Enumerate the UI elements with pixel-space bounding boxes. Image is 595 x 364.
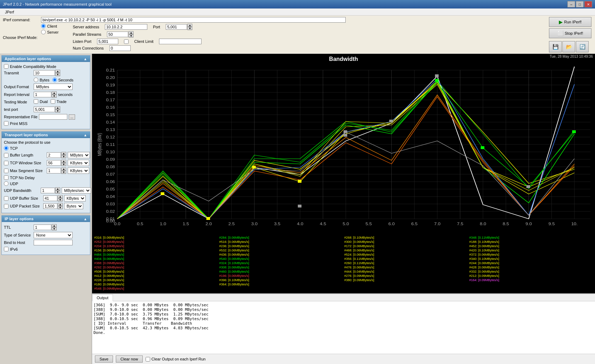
- buffer-length-input[interactable]: [47, 152, 61, 158]
- client-limit-input[interactable]: [159, 39, 202, 44]
- report-up[interactable]: ▲: [52, 91, 57, 95]
- stop-iperf-button[interactable]: ⬜ Stop IPerf!: [549, 28, 591, 38]
- test-port-up[interactable]: ▲: [55, 106, 60, 109]
- udp-bandwidth-input[interactable]: [41, 188, 55, 193]
- trade-checkbox[interactable]: [51, 99, 55, 104]
- udp-bandwidth-spinner-btns: ▲ ▼: [55, 187, 60, 194]
- minimize-button[interactable]: –: [567, 1, 575, 7]
- tcp-radio[interactable]: [4, 146, 8, 150]
- output-tab[interactable]: Output: [92, 294, 113, 301]
- save-icon-button[interactable]: 💾: [549, 41, 562, 52]
- udp-pkt-down[interactable]: ▼: [58, 206, 63, 209]
- ttl-up[interactable]: ▲: [52, 224, 57, 227]
- server-radio[interactable]: [41, 30, 46, 34]
- udp-packet-unit[interactable]: Bytes: [64, 203, 83, 209]
- app-layer-header[interactable]: Application layer options ▲: [2, 56, 90, 62]
- trade-label: Trade: [57, 99, 67, 104]
- run-iperf-button[interactable]: ▶ Run IPerf!: [549, 17, 591, 27]
- bytes-radio[interactable]: [34, 78, 38, 82]
- command-label: IPerf command:: [3, 18, 38, 22]
- port-input[interactable]: [166, 24, 187, 30]
- udp-bw-down[interactable]: ▼: [55, 190, 60, 194]
- compat-checkbox[interactable]: [4, 64, 8, 69]
- tcp-window-check[interactable]: [4, 161, 8, 165]
- max-seg-unit[interactable]: KBytes: [68, 167, 89, 174]
- refresh-icon-button[interactable]: 🔄: [576, 41, 589, 52]
- svg-text:0.07: 0.07: [106, 172, 115, 176]
- menu-jperf[interactable]: JPerf: [3, 10, 16, 15]
- server-address-input[interactable]: [105, 24, 147, 30]
- max-seg-check[interactable]: [4, 169, 8, 173]
- udp-label: UDP: [10, 182, 18, 186]
- udp-pkt-up[interactable]: ▲: [58, 203, 63, 206]
- transmit-input[interactable]: [34, 70, 55, 76]
- ip-layer-header[interactable]: IP layer options ▲: [2, 216, 90, 222]
- ipv6-checkbox[interactable]: [4, 247, 8, 251]
- dual-checkbox[interactable]: [34, 99, 38, 104]
- report-down[interactable]: ▼: [52, 95, 57, 98]
- restore-button[interactable]: □: [576, 1, 584, 7]
- window-down[interactable]: ▼: [61, 163, 66, 166]
- clear-now-button[interactable]: Clear now: [116, 356, 143, 363]
- output-format-select[interactable]: MBytes: [34, 84, 73, 90]
- clear-on-run-checkbox[interactable]: [146, 357, 150, 362]
- max-seg-down[interactable]: ▼: [61, 171, 66, 174]
- tos-select[interactable]: None: [34, 232, 73, 238]
- transport-layer-collapse[interactable]: ▲: [84, 133, 87, 137]
- client-radio[interactable]: [41, 24, 46, 28]
- port-spinner: ▲ ▼: [166, 24, 192, 30]
- rep-file-browse[interactable]: ...: [69, 114, 75, 120]
- report-interval-spinner: ▲ ▼: [34, 91, 57, 98]
- parallel-down[interactable]: ▼: [129, 34, 134, 38]
- transmit-down[interactable]: ▼: [55, 73, 60, 76]
- svg-text:0.09: 0.09: [106, 158, 115, 161]
- parallel-up[interactable]: ▲: [129, 31, 134, 34]
- parallel-input[interactable]: [107, 32, 128, 37]
- window-up[interactable]: ▲: [61, 160, 66, 163]
- max-seg-up[interactable]: ▲: [61, 167, 66, 171]
- udp-packet-input[interactable]: [43, 203, 57, 209]
- udp-buffer-check[interactable]: [4, 196, 8, 201]
- command-input[interactable]: [41, 17, 346, 23]
- udp-buf-up[interactable]: ▲: [58, 195, 63, 198]
- tcp-window-input[interactable]: [47, 160, 61, 166]
- close-button[interactable]: ✕: [584, 1, 592, 7]
- udp-buffer-input[interactable]: [43, 195, 57, 201]
- app-layer-collapse[interactable]: ▲: [84, 57, 87, 61]
- dual-label: Dual: [40, 99, 48, 104]
- ttl-input[interactable]: [34, 224, 51, 230]
- udp-buf-down[interactable]: ▼: [58, 198, 63, 201]
- save-button[interactable]: Save: [95, 356, 113, 363]
- tcp-window-unit[interactable]: KBytes: [68, 160, 89, 166]
- buffer-length-unit[interactable]: MBytes: [68, 152, 90, 158]
- buffer-length-check[interactable]: [4, 153, 8, 158]
- udp-radio[interactable]: [4, 181, 8, 186]
- listen-port-input[interactable]: [97, 39, 118, 44]
- num-conn-input[interactable]: [109, 45, 131, 51]
- buffer-down[interactable]: ▼: [61, 155, 66, 158]
- ttl-down[interactable]: ▼: [52, 227, 57, 231]
- udp-bw-up[interactable]: ▲: [55, 187, 60, 190]
- test-port-down[interactable]: ▼: [55, 109, 60, 113]
- bind-host-input[interactable]: [34, 240, 73, 245]
- print-mss-checkbox[interactable]: [4, 121, 8, 126]
- report-interval-input[interactable]: [34, 92, 51, 97]
- seconds-radio[interactable]: [52, 78, 57, 82]
- ip-layer-collapse[interactable]: ▲: [84, 217, 87, 221]
- tcp-no-delay-check[interactable]: [4, 175, 8, 180]
- transmit-up[interactable]: ▲: [55, 70, 60, 73]
- svg-rect-89: [206, 217, 210, 220]
- rep-file-input[interactable]: [39, 114, 67, 120]
- transport-layer-header[interactable]: Transport layer options ▲: [2, 132, 90, 138]
- udp-buffer-unit[interactable]: KBytes: [64, 195, 86, 201]
- udp-packet-check[interactable]: [4, 204, 8, 209]
- test-port-input[interactable]: [34, 107, 55, 112]
- buffer-up[interactable]: ▲: [61, 152, 66, 155]
- udp-bandwidth-unit[interactable]: MBytes/sec: [62, 187, 91, 194]
- port-up[interactable]: ▲: [187, 24, 192, 27]
- open-icon-button[interactable]: 📂: [562, 41, 575, 52]
- max-seg-input[interactable]: [47, 168, 61, 174]
- port-down[interactable]: ▼: [187, 27, 192, 30]
- ip-layer-body: TTL ▲ ▼ Type of Service None: [2, 222, 90, 255]
- client-limit-check[interactable]: [124, 39, 129, 44]
